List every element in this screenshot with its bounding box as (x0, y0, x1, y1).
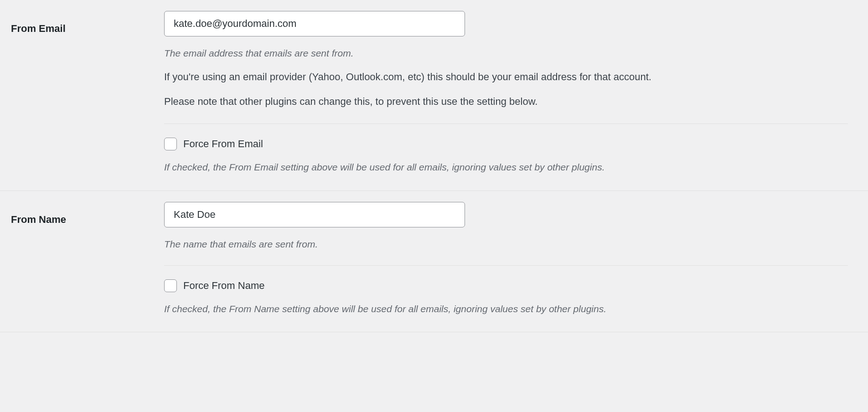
from-name-label: From Name (11, 214, 66, 225)
from-name-content: The name that emails are sent from. Forc… (164, 202, 857, 316)
from-name-help: The name that emails are sent from. (164, 237, 848, 251)
from-name-label-cell: From Name (11, 202, 164, 316)
from-name-divider (164, 265, 848, 266)
force-from-email-checkbox[interactable] (164, 138, 177, 150)
force-from-email-help: If checked, the From Email setting above… (164, 160, 848, 174)
from-email-label-cell: From Email (11, 11, 164, 174)
from-email-info-2: Please note that other plugins can chang… (164, 94, 848, 109)
force-from-name-row: Force From Name (164, 279, 848, 292)
from-email-info-1: If you're using an email provider (Yahoo… (164, 70, 848, 84)
from-email-row: From Email The email address that emails… (0, 0, 868, 191)
from-email-label: From Email (11, 23, 66, 34)
from-email-help: The email address that emails are sent f… (164, 46, 848, 60)
from-name-input[interactable] (164, 202, 465, 227)
force-from-name-label[interactable]: Force From Name (183, 280, 264, 292)
from-email-input[interactable] (164, 11, 465, 36)
from-name-row: From Name The name that emails are sent … (0, 191, 868, 333)
force-from-name-checkbox[interactable] (164, 279, 177, 292)
from-email-divider (164, 124, 848, 124)
force-from-name-help: If checked, the From Name setting above … (164, 302, 848, 315)
force-from-email-label[interactable]: Force From Email (183, 138, 263, 150)
force-from-email-row: Force From Email (164, 138, 848, 150)
from-email-content: The email address that emails are sent f… (164, 11, 857, 174)
